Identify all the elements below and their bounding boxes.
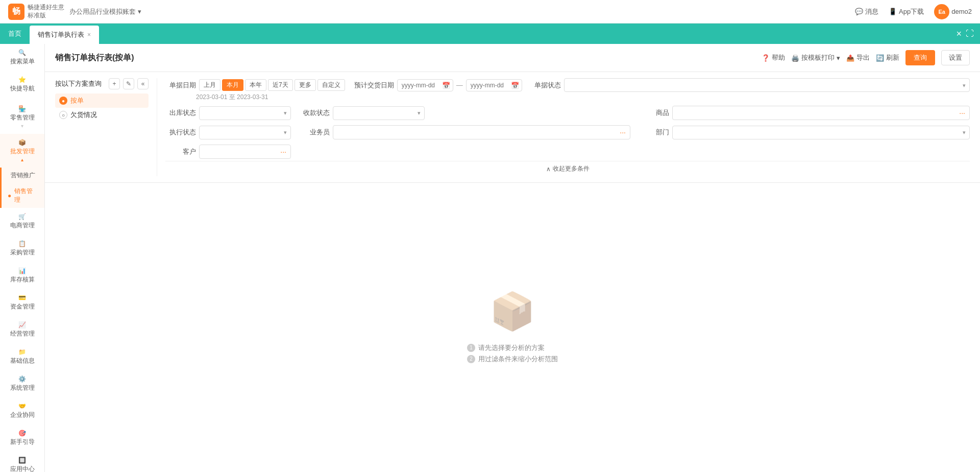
sidebar-item-app-center[interactable]: 🔲 应用中心: [0, 452, 44, 472]
sidebar-quick-nav-label: 快捷导航: [10, 84, 35, 93]
sidebar-app-center-label: 应用中心: [10, 465, 35, 472]
order-status-select-wrap: [564, 78, 970, 92]
order-status-label: 单据状态: [530, 81, 561, 90]
sidebar-item-inventory[interactable]: 📊 库存核算: [0, 262, 44, 289]
order-status-select[interactable]: [564, 78, 970, 92]
sidebar-item-cooperation[interactable]: 🤝 企业协同: [0, 397, 44, 424]
ecommerce-icon: 🛒: [18, 213, 26, 220]
finance-icon: 💳: [18, 294, 26, 301]
date-btn-more[interactable]: 更多: [295, 79, 316, 91]
export-icon: 📤: [846, 54, 854, 62]
goods-field: 商品 ···: [639, 106, 970, 120]
filter-panel: 按以下方案查询 + ✎ «: [45, 72, 980, 183]
collapse-icon: «: [141, 80, 145, 87]
breadcrumb-text[interactable]: 办公用品行业模拟账套: [69, 7, 136, 16]
logo-area: 畅 畅捷通好生意 标准版: [8, 4, 64, 20]
department-select[interactable]: [672, 126, 970, 139]
filter-form: 单据日期 上月 本月 本年 近7天 更多 自定义: [157, 78, 970, 176]
collapse-scheme-btn[interactable]: «: [137, 78, 149, 89]
receipt-select-wrap: [333, 106, 425, 120]
execution-select-wrap: [199, 126, 291, 139]
message-btn[interactable]: 💬 消息: [855, 7, 878, 16]
sidebar-finance-label: 资金管理: [10, 302, 35, 311]
forecast-date-end-wrap: 📅: [466, 79, 522, 91]
sidebar-search[interactable]: 🔍 搜索菜单: [0, 44, 44, 71]
scheme-item-arrears[interactable]: ○ 欠货情况: [55, 108, 149, 122]
tab-sales-order[interactable]: 销售订单执行表 ×: [30, 26, 99, 44]
query-button[interactable]: 查询: [905, 50, 935, 65]
department-label: 部门: [639, 128, 669, 137]
receipt-status-select[interactable]: [333, 106, 425, 120]
calendar-icon-start: 📅: [442, 81, 450, 89]
tab-bar: 首页 销售订单执行表 × × ⛶: [0, 23, 980, 44]
edit-icon: ✎: [126, 80, 131, 87]
date-field: 单据日期 上月 本月 本年 近7天 更多 自定义: [165, 79, 345, 91]
download-icon: 📱: [889, 8, 897, 15]
refresh-btn[interactable]: 🔄 刷新: [876, 53, 899, 62]
salesperson-more-icon: ···: [620, 128, 626, 136]
fullscreen-icon[interactable]: ⛶: [966, 29, 974, 38]
outbound-status-select[interactable]: [199, 106, 291, 120]
basic-icon: 📁: [18, 348, 26, 356]
top-nav-right: 💬 消息 📱 App下载 Ea demo2: [855, 4, 972, 19]
sidebar-item-purchase[interactable]: 📋 采购管理: [0, 235, 44, 262]
calendar-icon-end: 📅: [511, 81, 519, 89]
sidebar-item-retail[interactable]: 🏪 零售管理 ▾: [0, 100, 44, 134]
settings-button[interactable]: 设置: [941, 50, 970, 65]
sidebar-item-system[interactable]: ⚙️ 系统管理: [0, 370, 44, 397]
sidebar-wholesale-label: 批发管理: [10, 147, 35, 156]
sidebar-retail-label: 零售管理: [10, 113, 35, 122]
page-actions: ❓ 帮助 🖨️ 按模板打印 ▾ 📤 导出 🔄 刷新 查询 设置: [762, 50, 970, 65]
empty-tip-1: 1 请先选择要分析的方案: [467, 343, 558, 352]
date-btn-last-month[interactable]: 上月: [199, 79, 220, 91]
date-btn-7days[interactable]: 近7天: [268, 79, 293, 91]
goods-input[interactable]: ···: [672, 106, 970, 120]
date-btn-this-month[interactable]: 本月: [222, 79, 243, 91]
breadcrumb-chevron[interactable]: ▾: [138, 8, 141, 15]
help-btn[interactable]: ❓ 帮助: [762, 53, 785, 62]
filter-scheme-title: 按以下方案查询: [55, 79, 102, 88]
sidebar-system-label: 系统管理: [10, 384, 35, 392]
add-scheme-btn[interactable]: +: [109, 78, 120, 89]
scheme-item-press-order[interactable]: ● 按单: [55, 93, 149, 108]
sidebar-sub-marketing[interactable]: 营销推广: [2, 168, 44, 183]
inventory-icon: 📊: [18, 267, 26, 274]
forecast-date-label: 预计交货日期: [353, 81, 394, 90]
sidebar-item-wholesale[interactable]: 📦 批发管理 ▴: [0, 134, 44, 168]
sidebar: 🔍 搜索菜单 ⭐ 快捷导航 🏪 零售管理 ▾ 📦 批发管理 ▴ 营销推广 ●: [0, 44, 45, 472]
tab-close-btn[interactable]: ×: [87, 31, 91, 38]
edit-scheme-btn[interactable]: ✎: [123, 78, 134, 89]
execution-status-select[interactable]: [199, 126, 291, 139]
tab-home-label[interactable]: 首页: [8, 29, 21, 38]
sidebar-sub-sales[interactable]: ● 销售管理: [2, 183, 44, 208]
sidebar-item-finance[interactable]: 💳 资金管理: [0, 289, 44, 316]
salesperson-input[interactable]: ···: [333, 125, 630, 139]
logo-text: 畅捷通好生意 标准版: [28, 4, 64, 19]
filter-sidebar-actions: + ✎ «: [109, 78, 149, 89]
arrears-label: 欠货情况: [70, 110, 97, 120]
sidebar-item-guide[interactable]: 🎯 新手引导: [0, 424, 44, 452]
salesperson-field: 业务员 ···: [299, 125, 630, 139]
sidebar-item-ecommerce[interactable]: 🛒 电商管理: [0, 208, 44, 235]
order-status-field: 单据状态: [530, 78, 970, 92]
date-btn-this-year[interactable]: 本年: [245, 79, 266, 91]
sidebar-item-operations[interactable]: 📈 经营管理: [0, 316, 44, 343]
print-btn[interactable]: 🖨️ 按模板打印 ▾: [791, 53, 840, 62]
sidebar-operations-label: 经营管理: [10, 329, 35, 338]
refresh-icon: 🔄: [876, 54, 884, 62]
customer-label: 客户: [165, 147, 196, 156]
sidebar-basic-label: 基础信息: [10, 357, 35, 365]
sidebar-item-basic[interactable]: 📁 基础信息: [0, 343, 44, 370]
sidebar-quick-nav[interactable]: ⭐ 快捷导航: [0, 71, 44, 98]
breadcrumb[interactable]: 办公用品行业模拟账套 ▾: [69, 7, 141, 16]
app-download-btn[interactable]: 📱 App下载: [889, 7, 924, 16]
customer-input[interactable]: ···: [199, 145, 291, 159]
print-chevron: ▾: [837, 54, 840, 62]
date-btn-custom[interactable]: 自定义: [317, 79, 345, 91]
close-window-icon[interactable]: ×: [956, 29, 962, 39]
collapse-conditions-btn[interactable]: ∧ 收起更多条件: [165, 161, 970, 176]
export-btn[interactable]: 📤 导出: [846, 53, 870, 62]
tab-home[interactable]: 首页: [0, 23, 30, 44]
user-menu[interactable]: Ea demo2: [934, 4, 972, 19]
receipt-field: 收款状态: [299, 106, 630, 120]
